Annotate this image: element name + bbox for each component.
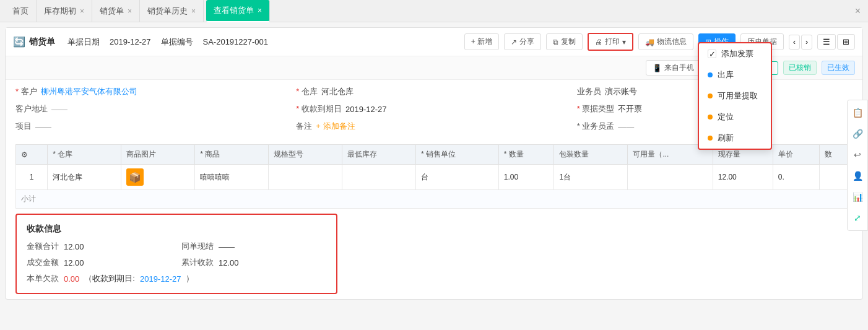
col-unit: * 销售单位 [416,145,499,165]
payment-grid: 金额合计 12.00 同单现结 —— 成交金额 12.00 累计收款 12.00… [27,241,326,284]
view-toggle: ☰ ⊞ [817,34,855,50]
from-phone-button[interactable]: 📱 来自手机 [646,60,701,76]
logistics-icon: 🚚 [645,38,654,46]
refresh-item[interactable]: 刷新 [699,128,771,149]
sidebar-icon-2[interactable]: 🔗 [848,124,867,144]
right-sidebar: 📋 🔗 ↩ 👤 📊 ⤢ [847,100,868,231]
out-stock-label: 出库 [718,69,734,80]
doc-icon: 🔄 [13,36,25,48]
salesperson2-label: * 业务员孟 [577,121,615,132]
tab-sales-order[interactable]: 销货单 × [92,0,140,22]
row-warehouse: 河北仓库 [48,165,121,190]
order-table: ⚙ * 仓库 商品图片 * 商品 规格型号 最低库存 * 销售单位 * 数量 包… [15,144,853,209]
warehouse-value: 河北仓库 [321,86,354,97]
doc-title: 销货单 [29,37,55,48]
close-sales-history[interactable]: × [191,7,196,15]
transaction-item: 成交金额 12.00 [27,257,171,268]
due-date-value: 2019-12-27 [345,105,387,114]
date-value: 2019-12-27 [110,37,151,46]
sidebar-icon-expand[interactable]: ⤢ [848,208,867,228]
list-view-button[interactable]: ☰ [817,34,836,50]
ticket-type-value: 不开票 [618,103,642,115]
col-spec: 规格型号 [269,145,342,165]
print-icon: 🖨 [595,38,602,46]
row-pkg-qty: 1台 [554,165,628,190]
refresh-label: 刷新 [718,132,734,144]
payment-box: 收款信息 金额合计 12.00 同单现结 —— 成交金额 12.00 累计收款 … [15,214,337,294]
tab-inventory-init[interactable]: 库存期初 × [37,0,92,22]
subtotal-label: 小计 [16,190,853,209]
operations-dropdown: ✓ 添加发票 出库 可用量提取 定位 刷新 [698,42,772,150]
share-button[interactable]: ↗ 分享 [504,33,541,50]
add-invoice-label: 添加发票 [721,48,753,59]
add-note-button[interactable]: + 添加备注 [316,121,355,132]
table-wrapper: ⚙ * 仓库 商品图片 * 商品 规格型号 最低库存 * 销售单位 * 数量 包… [15,144,853,209]
tab-bar: 首页 库存期初 × 销货单 × 销货单历史 × 查看销货单 × × [0,0,868,22]
col-product-img: 商品图片 [121,145,195,165]
close-inventory-init[interactable]: × [80,7,84,15]
copy-button[interactable]: ⧉ 复制 [546,33,583,50]
close-sales-order[interactable]: × [128,7,132,15]
orange-dot-icon-1 [708,93,713,98]
payment-title: 收款信息 [27,224,326,235]
settlement-item: 同单现结 —— [181,241,326,252]
tab-view-sales[interactable]: 查看销货单 × [206,0,270,22]
sidebar-icon-1[interactable]: 📋 [848,103,867,123]
window-close-button[interactable]: × [855,6,861,17]
new-button[interactable]: + 新增 [464,33,499,50]
address-value: —— [51,105,67,114]
row-price: 0. [773,165,819,190]
note-field: 备注 + 添加备注 [296,121,571,132]
add-invoice-item[interactable]: ✓ 添加发票 [699,43,771,64]
prev-button[interactable]: ‹ [789,35,800,50]
product-img-icon: 📦 [129,172,141,183]
sidebar-icon-4[interactable]: 👤 [848,166,867,186]
locate-item[interactable]: 定位 [699,106,771,128]
col-pkg-qty: 包装数量 [554,145,628,165]
row-min-stock [342,165,416,190]
doc-title-group: 🔄 销货单 [13,36,55,48]
note-label: 备注 [296,121,312,132]
col-product: * 商品 [195,145,269,165]
customer-value[interactable]: 柳州粤港平安气体有限公司 [41,86,137,97]
table-row: 1 河北仓库 📦 嘻嘻嘻嘻 台 1.00 1台 12.00 0. [16,165,853,190]
address-field: 客户地址 —— [15,103,291,115]
due-date-field: 收款到期日 2019-12-27 [296,103,571,115]
cumulative-value: 12.00 [219,258,239,267]
number-value: SA-20191227-001 [203,37,269,46]
sidebar-icon-3[interactable]: ↩ [848,145,867,165]
print-dropdown-arrow: ▾ [622,38,626,46]
row-stock: 12.00 [713,165,773,190]
tab-home[interactable]: 首页 [5,0,37,22]
print-button[interactable]: 🖨 打印 ▾ [588,33,633,51]
sidebar-icon-5[interactable]: 📊 [848,187,867,207]
active-badge: 已生效 [822,61,855,75]
outstanding-item: 本单欠款 0.00 （收款到期日: 2019-12-27 ） [27,273,326,284]
copy-icon: ⧉ [553,38,558,46]
logistics-button[interactable]: 🚚 物流信息 [638,33,693,50]
outstanding-label: 本单欠款 [27,273,59,284]
phone-icon: 📱 [653,64,662,72]
orange-dot-icon-3 [708,136,713,141]
subtotal-row: 小计 [16,190,853,209]
salesperson2-value: —— [618,122,634,131]
outstanding-note: （收款到期日: [84,273,135,284]
grid-view-button[interactable]: ⊞ [837,34,855,50]
available-qty-item[interactable]: 可用量提取 [699,85,771,106]
next-button[interactable]: › [801,35,812,50]
outstanding-value: 0.00 [64,274,79,284]
close-view-sales[interactable]: × [258,6,262,15]
locate-label: 定位 [718,111,734,123]
due-date-label: 收款到期日 [296,103,342,115]
orange-dot-icon-2 [708,115,713,119]
row-unit: 台 [416,165,499,190]
tab-sales-history[interactable]: 销货单历史 × [140,0,204,22]
product-thumbnail: 📦 [126,168,144,186]
row-product-img: 📦 [121,165,195,190]
row-spec [269,165,342,190]
salesperson-value: 演示账号 [605,86,637,97]
nav-arrows: ‹ › [789,35,812,50]
sold-badge: 已核销 [783,61,817,75]
out-stock-item[interactable]: 出库 [699,64,771,85]
closing-paren: ） [186,273,194,284]
